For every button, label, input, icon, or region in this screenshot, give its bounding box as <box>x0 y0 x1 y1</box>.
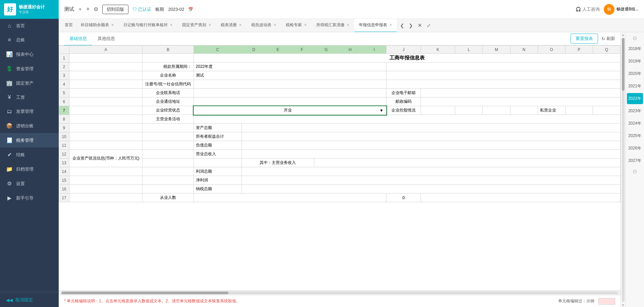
cell-15-D[interactable] <box>242 176 621 185</box>
cell-8-B[interactable]: 主营业务活动 <box>143 115 194 124</box>
cell-14-D[interactable] <box>242 167 621 176</box>
col-header-J[interactable]: J <box>386 46 421 54</box>
col-header-I[interactable]: I <box>362 46 386 54</box>
cell-14-B[interactable] <box>143 167 194 176</box>
tab-close-icon[interactable]: ✕ <box>239 23 242 27</box>
cell-17-A[interactable] <box>69 193 143 202</box>
year-item-2027[interactable]: 2027年 <box>627 155 643 166</box>
cell-10-C[interactable]: 所有者权益合计 <box>194 132 242 141</box>
tab-income-tax[interactable]: 所得税汇算清缴 ✕ <box>312 19 354 32</box>
year-item-2018[interactable]: 2018年 <box>627 43 643 54</box>
year-item-2023[interactable]: 2023年 <box>627 105 643 117</box>
col-header-H[interactable]: H <box>338 46 362 54</box>
vertical-scrollbar[interactable]: ▲ ▼ <box>621 32 625 307</box>
sidebar-item-assets[interactable]: 🏢 固定资产 <box>0 76 59 90</box>
cell-15-A[interactable] <box>69 176 143 185</box>
col-header-P[interactable]: P <box>565 46 593 54</box>
tab-annual-report[interactable]: 年报信息申报表 ✕ <box>354 19 397 32</box>
calendar-icon[interactable]: 📅 <box>188 7 193 12</box>
tab-close-icon[interactable]: ✕ <box>304 23 307 27</box>
cell-7-Q[interactable] <box>593 106 620 115</box>
cell-7-P[interactable] <box>565 106 593 115</box>
col-header-O[interactable]: O <box>538 46 565 54</box>
tab-subject-balance[interactable]: 科目辅助余额表 ✕ <box>76 19 119 32</box>
col-header-A[interactable]: A <box>69 46 143 54</box>
cell-3-C[interactable]: 测试 <box>194 71 386 80</box>
cell-9-D[interactable] <box>242 124 621 132</box>
cell-5-C[interactable] <box>194 89 386 97</box>
col-header-K[interactable]: K <box>421 46 455 54</box>
cell-16-C[interactable]: 纳税总额 <box>194 185 242 193</box>
cell-17-B[interactable]: 从业人数 <box>143 193 194 202</box>
tab-prev-button[interactable]: ❮ <box>398 22 406 29</box>
cell-7-K[interactable] <box>421 106 455 115</box>
col-header-F[interactable]: F <box>290 46 314 54</box>
tab-close-icon[interactable]: ✕ <box>111 23 114 27</box>
topbar-add-button[interactable]: + <box>86 6 90 13</box>
cell-14-A[interactable] <box>69 167 143 176</box>
sidebar-item-tax[interactable]: 🧾 税务管理 <box>0 133 59 147</box>
cell-1-A[interactable] <box>69 54 143 62</box>
cell-4-B[interactable]: 注册号/统一社会信用代码 <box>143 80 194 89</box>
cell-10-B[interactable] <box>143 132 194 141</box>
tab-next-button[interactable]: ❯ <box>407 22 415 29</box>
cell-3-J[interactable] <box>386 71 621 80</box>
cell-11-D[interactable] <box>242 141 621 150</box>
dropdown-arrow-icon[interactable]: ▼ <box>379 108 383 113</box>
cell-13-C[interactable] <box>194 159 242 167</box>
cell-7-A[interactable] <box>69 106 143 115</box>
cell-11-A[interactable] <box>69 141 143 150</box>
form-tab-basic[interactable]: 基础信息 <box>64 32 92 46</box>
year-panel-up-button[interactable]: ⊙ <box>631 34 638 43</box>
cell-3-A[interactable] <box>69 71 143 80</box>
cell-16-B[interactable] <box>143 185 194 193</box>
cell-4-A[interactable] <box>69 80 143 89</box>
year-panel-down-button[interactable]: ⊙ <box>631 167 638 176</box>
cell-4-J[interactable] <box>386 80 621 89</box>
tab-bank-reconcile[interactable]: 日记账与银行对账单核对 ✕ <box>119 19 177 32</box>
cell-12-B[interactable] <box>143 150 194 159</box>
sidebar-item-invoice[interactable]: 🗂 发票管理 <box>0 104 59 119</box>
tab-expand-button[interactable]: ⤢ <box>425 22 433 29</box>
customer-service-button[interactable]: 🎧 人工咨询 <box>576 6 600 12</box>
year-item-2024[interactable]: 2024年 <box>627 118 643 129</box>
cell-2-J[interactable] <box>386 62 621 71</box>
hscroll-thumb[interactable] <box>61 292 228 294</box>
hscroll-track[interactable] <box>61 292 618 294</box>
cell-6-K[interactable] <box>421 97 620 106</box>
cell-5-K[interactable] <box>421 89 620 97</box>
tab-fixed-asset-type[interactable]: 固定资产类别 ✕ <box>177 19 216 32</box>
year-item-2025[interactable]: 2025年 <box>627 130 643 141</box>
topbar-dropdown-arrow[interactable]: ▼ <box>78 7 82 12</box>
sidebar-item-guide[interactable]: ▶ 新手引导 <box>0 191 59 205</box>
cell-5-J[interactable]: 企业电子邮箱 <box>386 89 421 97</box>
spreadsheet-container[interactable]: A B C D E F G H I J K L M <box>59 45 621 290</box>
cell-6-A[interactable] <box>69 97 143 106</box>
cell-16-A[interactable] <box>69 185 143 193</box>
cell-12-A[interactable]: 企业资产状况信息(币种：人民币万元) <box>69 150 143 167</box>
cell-12-C[interactable]: 营业总收入 <box>194 150 242 159</box>
tab-close-icon[interactable]: ✕ <box>273 23 276 27</box>
cell-13-B[interactable] <box>143 159 194 167</box>
cell-6-J[interactable]: 邮政编码 <box>386 97 421 106</box>
cell-12-D[interactable] <box>242 150 621 159</box>
cell-15-B[interactable] <box>143 176 194 185</box>
cell-6-C[interactable] <box>194 97 386 106</box>
cell-5-B[interactable]: 企业联系电话 <box>143 89 194 97</box>
cell-17-J[interactable]: 0 <box>386 193 421 202</box>
col-header-G[interactable]: G <box>314 46 338 54</box>
sidebar-item-reports[interactable]: 📊 报表中心 <box>0 47 59 61</box>
tab-tax-expert[interactable]: 税检专家 ✕ <box>281 19 312 32</box>
cell-13-D[interactable]: 其中：主营业务收入 <box>242 159 314 167</box>
cell-4-C[interactable] <box>194 80 386 89</box>
cell-9-C[interactable]: 资产总额 <box>194 124 242 132</box>
year-item-2021[interactable]: 2021年 <box>627 81 643 92</box>
cell-17-C[interactable] <box>194 193 386 202</box>
scroll-up-icon[interactable]: ▲ <box>622 33 625 37</box>
refresh-button[interactable]: ↻ 刷新 <box>601 36 615 42</box>
tab-close-icon[interactable]: ✕ <box>389 23 392 27</box>
year-item-2020[interactable]: 2020年 <box>627 68 643 79</box>
tab-close-icon[interactable]: ✕ <box>208 23 211 27</box>
cell-3-B[interactable]: 企业名称 <box>143 71 194 80</box>
year-item-2022[interactable]: 2022年 <box>627 93 643 104</box>
